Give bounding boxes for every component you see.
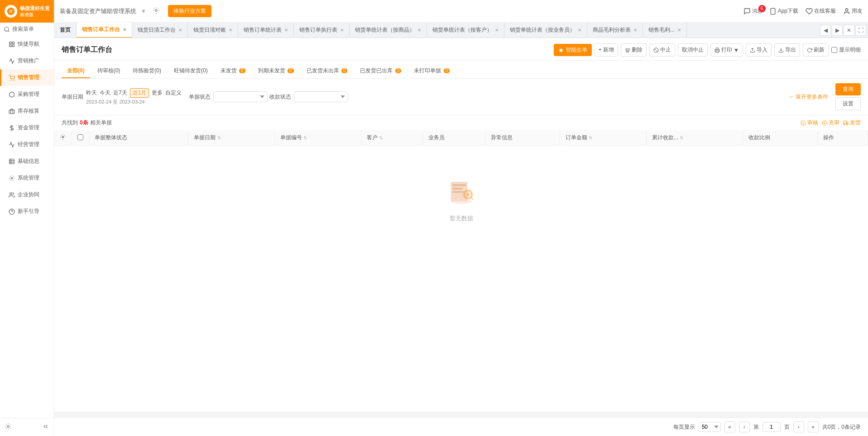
tab-maximize-btn[interactable]: ⛶ (855, 25, 866, 36)
date-more[interactable]: 更多 (152, 89, 163, 97)
subtab-pending-check[interactable]: 待拣验货(0) (127, 64, 167, 78)
horizontal-scrollbar[interactable] (54, 412, 868, 417)
sidebar-item-company[interactable]: 企业协同 (0, 186, 54, 203)
tab-order-stats-close[interactable]: ✕ (284, 28, 288, 33)
audit-btn[interactable]: 审核 (801, 119, 818, 127)
settings-gear-icon[interactable] (153, 7, 160, 15)
delete-btn[interactable]: 删除 (621, 43, 647, 57)
subtab-pending[interactable]: 待审核(0) (92, 64, 126, 78)
message-btn[interactable]: 消息 6 (743, 8, 762, 15)
col-number-sort[interactable]: ⇅ (303, 135, 307, 140)
app-download-btn[interactable]: App下载 (769, 7, 798, 15)
cancel-stop-btn[interactable]: 取消中止 (678, 43, 708, 57)
tab-home[interactable]: 首页 (54, 23, 77, 38)
prev-page-btn[interactable]: ‹ (739, 422, 750, 432)
date-7days[interactable]: 近7天 (113, 89, 127, 97)
discard-btn[interactable]: 充审 (822, 119, 839, 127)
tab-order-exec[interactable]: 销售订单执行表 ✕ (294, 23, 350, 38)
col-settings[interactable] (54, 130, 72, 146)
setting-btn[interactable]: 设置 (835, 97, 861, 110)
subtab-unprinted[interactable]: 未打印单据 0 (408, 64, 455, 78)
col-customer[interactable]: 客户 ⇅ (361, 130, 422, 146)
tab-cash-daily[interactable]: 钱货日清工作台 ✕ (132, 23, 188, 38)
sidebar-item-basic[interactable]: 基础信息 (0, 153, 54, 170)
sidebar-item-marketing[interactable]: 营销推广 (0, 52, 54, 69)
industry-btn[interactable]: 体验行业方案 (168, 5, 211, 17)
import-btn[interactable]: 导入 (746, 43, 772, 57)
col-collected[interactable]: 累计收款... ⇅ (646, 130, 743, 146)
query-btn[interactable]: 查询 (835, 83, 861, 95)
subtab-all[interactable]: 全部(0) (62, 64, 90, 78)
smart-btn[interactable]: 智能生单 (554, 44, 592, 56)
col-number[interactable]: 单据编号 ⇅ (275, 130, 361, 146)
sidebar-item-inventory[interactable]: 库存核算 (0, 103, 54, 119)
tab-sales-stat-customer-close[interactable]: ✕ (495, 28, 499, 33)
col-date-sort[interactable]: ⇅ (217, 135, 221, 140)
subtab-shipped-no-stock[interactable]: 已发货未出库 0 (301, 64, 353, 78)
user-btn[interactable]: 用友 (843, 7, 863, 15)
print-btn[interactable]: 打印 ▼ (710, 43, 743, 57)
print-dropdown-icon[interactable]: ▼ (734, 47, 739, 53)
per-page-select[interactable]: 50 20 100 (699, 422, 721, 432)
sidebar-item-search[interactable]: 搜索菜单 (0, 23, 54, 36)
collapse-icon[interactable] (42, 423, 49, 431)
tab-prev-btn[interactable]: ◀ (820, 25, 831, 36)
col-amount-sort[interactable]: ⇅ (589, 135, 592, 140)
tab-sales-more[interactable]: 销售毛利... ✕ (643, 23, 687, 38)
page-input[interactable] (762, 422, 781, 432)
select-all-checkbox[interactable] (77, 134, 83, 140)
tab-sales-more-close[interactable]: ✕ (677, 28, 681, 33)
subtab-unshipped[interactable]: 未发货 0 (215, 64, 251, 78)
first-page-btn[interactable]: « (724, 422, 735, 432)
sidebar-item-purchase[interactable]: 采购管理 (0, 86, 54, 103)
tab-cash-reconcile-close[interactable]: ✕ (229, 28, 232, 33)
sidebar-item-finance[interactable]: 资金管理 (0, 119, 54, 136)
tab-sales-stat-product[interactable]: 销货单统计表（按商品） ✕ (350, 23, 427, 38)
tab-product-margin[interactable]: 商品毛利分析表 ✕ (587, 23, 643, 38)
tab-sales-order[interactable]: 销售订单工作台 ✕ (77, 23, 132, 38)
subtab-expired[interactable]: 到期未发货 0 (253, 64, 299, 78)
sidebar-item-sales[interactable]: 销售管理 (0, 69, 54, 86)
col-checkbox[interactable] (72, 130, 89, 146)
tab-sales-stat-staff-close[interactable]: ✕ (578, 28, 581, 33)
ship-btn[interactable]: 发货 (843, 119, 861, 127)
subtab-shipped-out[interactable]: 已发货已出库 0 (355, 64, 407, 78)
tab-sales-stat-product-close[interactable]: ✕ (417, 28, 421, 33)
col-collected-sort[interactable]: ⇅ (680, 135, 683, 140)
col-date[interactable]: 单据日期 ⇅ (188, 130, 275, 146)
online-service-btn[interactable]: 在线客服 (806, 7, 836, 15)
date-custom[interactable]: 自定义 (165, 89, 182, 97)
add-btn[interactable]: + 新增 (595, 43, 618, 57)
col-amount[interactable]: 订单金额 ⇅ (560, 130, 647, 146)
tab-next-btn[interactable]: ▶ (832, 25, 843, 36)
sidebar-item-system[interactable]: 系统管理 (0, 170, 54, 186)
tab-close-all-btn[interactable]: ✕ (844, 25, 854, 36)
tab-cash-reconcile[interactable]: 钱货日清对账 ✕ (188, 23, 238, 38)
tab-cash-daily-close[interactable]: ✕ (178, 28, 182, 33)
tab-order-exec-close[interactable]: ✕ (340, 28, 344, 33)
tab-sales-order-close[interactable]: ✕ (123, 27, 126, 32)
payment-select[interactable] (294, 91, 348, 102)
settings-icon[interactable] (5, 423, 12, 431)
sidebar-item-quick[interactable]: 快捷导航 (0, 36, 54, 52)
col-customer-sort[interactable]: ⇅ (379, 135, 383, 140)
date-1month[interactable]: 近1月 (130, 88, 149, 98)
tab-product-margin-close[interactable]: ✕ (633, 28, 637, 33)
tab-sales-stat-customer[interactable]: 销货单统计表（按客户） ✕ (427, 23, 504, 38)
export-btn[interactable]: 导出 (774, 43, 800, 57)
dropdown-icon[interactable]: ▼ (141, 8, 146, 14)
next-page-btn[interactable]: › (793, 422, 804, 432)
refresh-btn[interactable]: 刷新 (803, 43, 829, 57)
last-page-btn[interactable]: » (808, 422, 819, 432)
tab-order-stats[interactable]: 销售订单统计表 ✕ (238, 23, 294, 38)
date-today[interactable]: 今天 (100, 89, 110, 97)
stop-btn[interactable]: 中止 (649, 43, 675, 57)
date-yesterday[interactable]: 昨天 (86, 89, 97, 97)
show-detail-checkbox[interactable]: 显示明细 (831, 46, 861, 54)
status-select[interactable] (213, 91, 268, 102)
subtab-wangpu[interactable]: 旺铺待发货(0) (168, 64, 213, 78)
sidebar-item-guide[interactable]: 新手引导 (0, 203, 54, 220)
show-detail-input[interactable] (831, 47, 837, 53)
expand-more-btn[interactable]: 展开更多条件 (789, 93, 828, 101)
sidebar-item-operations[interactable]: 经营管理 (0, 136, 54, 153)
